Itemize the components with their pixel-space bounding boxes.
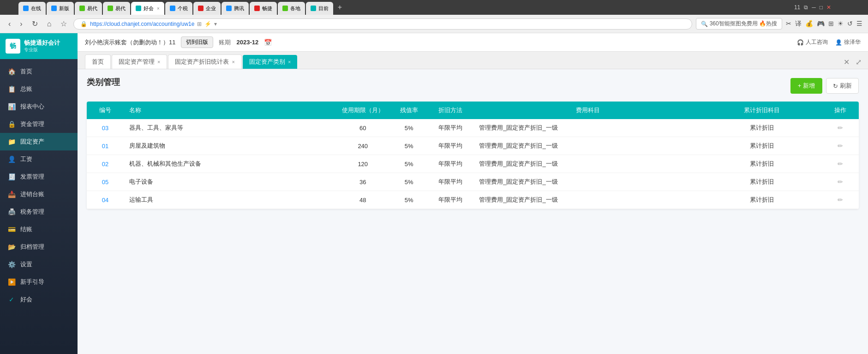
browser-tab-gedi[interactable]: 各地 xyxy=(278,2,305,15)
scissors-icon[interactable]: ✂ xyxy=(786,20,791,28)
top-bar-right: 🎧 人工咨询 👤 徐泽华 xyxy=(797,38,861,46)
tab-close-haohui[interactable]: × xyxy=(157,6,160,11)
translate-icon[interactable]: 译 xyxy=(795,20,802,28)
edit-icon-3[interactable]: ✏ xyxy=(838,178,843,186)
calendar-icon[interactable]: 📅 xyxy=(264,39,272,46)
browser-toolbar-icons: ✂ 译 💰 🎮 ⊞ ☀ ↺ ☰ xyxy=(786,20,862,28)
menu-icon[interactable]: ☰ xyxy=(856,20,862,28)
tab-icon-qiye xyxy=(198,6,204,11)
browser-tab-qiye[interactable]: 企业 xyxy=(193,2,221,15)
undo-icon[interactable]: ↺ xyxy=(847,20,853,28)
cell-ops-2[interactable]: ✏ xyxy=(822,155,859,173)
edit-icon-1[interactable]: ✏ xyxy=(838,142,843,150)
browser-tab-haohui[interactable]: 好会 × xyxy=(131,2,164,15)
tab-close-asset-category[interactable]: × xyxy=(288,59,291,65)
new-tab-btn[interactable]: + xyxy=(334,3,346,12)
lightning-icon[interactable]: ⚡ xyxy=(204,21,211,27)
cell-code-4[interactable]: 04 xyxy=(87,191,124,209)
cell-expense-3: 管理费用_固定资产折旧_一级 xyxy=(473,173,702,191)
cell-code-2[interactable]: 02 xyxy=(87,155,124,173)
sidebar-item-ledger[interactable]: 📋 总账 xyxy=(0,80,78,98)
edit-icon-4[interactable]: ✏ xyxy=(838,196,843,204)
service-section[interactable]: 🎧 人工咨询 xyxy=(797,38,828,46)
tab-label-depreciation-table: 固定资产折旧统计表 xyxy=(175,58,229,66)
tab-asset-category[interactable]: 固定资产类别 × xyxy=(243,55,297,69)
cell-method-4: 年限平均 xyxy=(427,191,473,209)
sidebar-item-funds[interactable]: 🔒 资金管理 xyxy=(0,115,78,133)
user-profile[interactable]: 👤 徐泽华 xyxy=(835,38,861,46)
cell-code-3[interactable]: 05 xyxy=(87,173,124,191)
browser-tab-tengxun[interactable]: 腾讯 xyxy=(221,2,249,15)
bookmark-btn[interactable]: ☆ xyxy=(58,18,70,29)
sun-icon[interactable]: ☀ xyxy=(838,20,844,28)
secure-icon: 🔒 xyxy=(80,21,87,27)
browser-tab-yidai2[interactable]: 易代 xyxy=(103,2,130,15)
cell-method-0: 年限平均 xyxy=(427,119,473,137)
cell-ops-4[interactable]: ✏ xyxy=(822,191,859,209)
cell-method-1: 年限平均 xyxy=(427,137,473,155)
archive-icon: 📂 xyxy=(7,243,16,251)
logo-title: 畅捷通好会计 xyxy=(24,39,60,47)
sidebar-label-guide: 新手引导 xyxy=(20,278,44,286)
sidebar-item-payroll[interactable]: 👤 工资 xyxy=(0,150,78,168)
dropdown-icon[interactable]: ▾ xyxy=(214,21,217,27)
browser-tab-muqian[interactable]: 目前 xyxy=(306,2,333,15)
address-text[interactable]: https://cloud.chanjet.com/accounting/uw1… xyxy=(90,21,194,27)
reload-btn[interactable]: ↻ xyxy=(29,18,41,29)
restore-icon[interactable]: ⧉ xyxy=(804,4,808,11)
browser-tab-geshui[interactable]: 个税 xyxy=(165,2,192,15)
browser-tab-zaoxian[interactable]: 在线 xyxy=(18,2,46,15)
cell-code-1[interactable]: 01 xyxy=(87,137,124,155)
tab-close-asset-mgmt[interactable]: × xyxy=(157,59,160,65)
cell-period-4: 48 xyxy=(335,191,390,209)
tab-close-depreciation-table[interactable]: × xyxy=(232,59,234,65)
sidebar-label-payroll: 工资 xyxy=(20,155,32,163)
cell-expense-2: 管理费用_固定资产折旧_一级 xyxy=(473,155,702,173)
search-bar[interactable]: 🔍 360智能抠图免费用 🔥热搜 xyxy=(696,18,782,30)
sidebar-item-settings[interactable]: ⚙️ 设置 xyxy=(0,256,78,273)
sidebar-item-reports[interactable]: 📊 报表中心 xyxy=(0,98,78,115)
forward-btn[interactable]: › xyxy=(17,19,25,29)
cell-code-0[interactable]: 03 xyxy=(87,119,124,137)
sidebar-item-invoice[interactable]: 🧾 发票管理 xyxy=(0,168,78,186)
close-window-icon[interactable]: ✕ xyxy=(826,4,831,11)
tab-bar-close-btn[interactable]: ✕ xyxy=(844,58,850,66)
browser-tab-xinban[interactable]: 新版 xyxy=(47,2,74,15)
sidebar-label-archive: 归档管理 xyxy=(20,243,44,251)
back-btn[interactable]: ‹ xyxy=(6,19,13,29)
add-btn[interactable]: + 新增 xyxy=(790,78,822,94)
cell-expense-4: 管理费用_固定资产折旧_一级 xyxy=(473,191,702,209)
wallet-icon[interactable]: 💰 xyxy=(805,20,813,28)
minimize-icon[interactable]: ─ xyxy=(812,4,816,11)
sidebar-item-assets[interactable]: 📁 固定资产 xyxy=(0,133,78,150)
tab-depreciation-table[interactable]: 固定资产折旧统计表 × xyxy=(168,54,241,69)
refresh-btn[interactable]: ↻ 刷新 xyxy=(826,78,859,94)
site-info-icon[interactable]: ⊞ xyxy=(197,21,202,27)
search-text: 360智能抠图免费用 🔥热搜 xyxy=(710,20,777,28)
tab-home[interactable]: 首页 xyxy=(85,54,111,69)
sidebar-item-inout[interactable]: 📥 进销台账 xyxy=(0,186,78,203)
sidebar-item-archive[interactable]: 📂 归档管理 xyxy=(0,238,78,256)
sidebar-item-tax[interactable]: 🖨️ 税务管理 xyxy=(0,203,78,221)
cell-ops-1[interactable]: ✏ xyxy=(822,137,859,155)
browser-tab-yidai1[interactable]: 易代 xyxy=(75,2,102,15)
edit-icon-2[interactable]: ✏ xyxy=(838,160,843,168)
switch-version-btn[interactable]: 切到旧版 xyxy=(181,36,213,48)
guide-icon: ▶️ xyxy=(7,278,16,286)
cell-period-3: 36 xyxy=(335,173,390,191)
home-btn[interactable]: ⌂ xyxy=(44,19,54,29)
cell-ops-3[interactable]: ✏ xyxy=(822,173,859,191)
game-icon[interactable]: 🎮 xyxy=(817,20,825,28)
sidebar-item-guide[interactable]: ▶️ 新手引导 xyxy=(0,273,78,291)
sidebar-item-close[interactable]: 💳 结账 xyxy=(0,221,78,238)
tab-bar-expand-btn[interactable]: ⤢ xyxy=(856,58,862,66)
tab-asset-mgmt[interactable]: 固定资产管理 × xyxy=(112,54,167,69)
maximize-icon[interactable]: □ xyxy=(820,4,823,11)
grid-icon[interactable]: ⊞ xyxy=(828,20,834,28)
edit-icon-0[interactable]: ✏ xyxy=(838,124,843,132)
sidebar-item-home[interactable]: 🏠 首页 xyxy=(0,63,78,80)
sidebar-item-extra[interactable]: ✓ 好会 xyxy=(0,291,78,308)
category-table: 编号 名称 使用期限（月） 残值率 折旧方法 费用科目 累计折旧科目 操作 03… xyxy=(87,102,859,209)
cell-ops-0[interactable]: ✏ xyxy=(822,119,859,137)
browser-tab-changjie[interactable]: 畅捷 xyxy=(250,2,277,15)
